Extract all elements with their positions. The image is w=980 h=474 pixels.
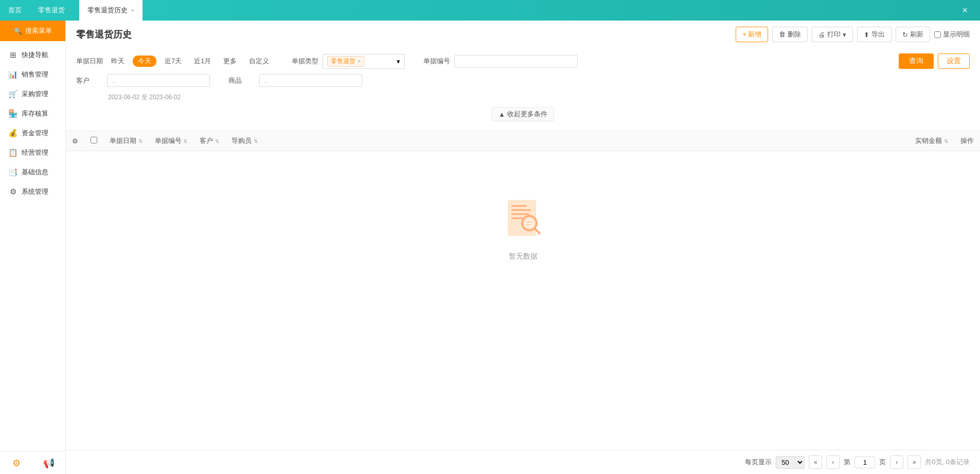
sort-customer-icon: ⇅ — [215, 138, 219, 144]
print-label: 打印 — [827, 30, 841, 39]
sidebar-search[interactable]: 🔍 搜索菜单 — [0, 21, 65, 41]
tab-close-零售退货历史[interactable]: × — [131, 7, 134, 13]
date-btn-1month[interactable]: 近1月 — [190, 56, 215, 67]
audio-bottom-icon[interactable]: 📢 — [42, 456, 56, 470]
page-size-select[interactable]: 20 50 100 — [776, 456, 805, 469]
sidebar-item-quick-nav[interactable]: ⊞快捷导航 — [0, 45, 65, 65]
print-dropdown-icon: ▾ — [843, 31, 846, 39]
collapse-label: 收起更多条件 — [507, 110, 547, 119]
bill-type-select[interactable]: 零售退货 × ▾ — [323, 54, 405, 69]
sales-mgmt-icon: 📊 — [8, 70, 17, 79]
tab-首页[interactable]: 首页 — [0, 0, 30, 21]
bill-type-tag-text: 零售退货 — [331, 57, 355, 66]
search-icon: 🔍 — [14, 27, 22, 35]
filter-row-date: 单据日期 昨天 今天 近7天 近1月 更多 自定义 单据类型 零售退货 — [76, 53, 970, 69]
settings-bottom-icon[interactable]: ⚙ — [9, 456, 24, 470]
customer-input[interactable] — [107, 74, 210, 87]
sidebar-item-finance[interactable]: 💰资金管理 — [0, 123, 65, 143]
page-title: 零售退货历史 — [76, 28, 132, 41]
bill-no-input[interactable] — [454, 55, 578, 68]
new-button[interactable]: + 新增 — [736, 27, 768, 42]
sidebar-label-sales-mgmt: 销售管理 — [22, 70, 48, 79]
page-header: 零售退货历史 + 新增 🗑 删除 🖨 打印 ▾ ⬆ 导出 ↻ — [66, 21, 980, 131]
total-text: 共0页, 0条记录 — [925, 458, 970, 467]
filter-area: 单据日期 昨天 今天 近7天 近1月 更多 自定义 单据类型 零售退货 — [76, 48, 970, 126]
th-amount[interactable]: 实销金额 ⇅ — [909, 131, 954, 151]
page-title-row: 零售退货历史 + 新增 🗑 删除 🖨 打印 ▾ ⬆ 导出 ↻ — [76, 27, 970, 42]
first-page-button[interactable]: « — [809, 455, 822, 469]
svg-point-6 — [525, 218, 534, 228]
date-btn-yesterday[interactable]: 昨天 — [107, 56, 129, 67]
empty-state-icon — [497, 192, 549, 244]
date-btn-more[interactable]: 更多 — [219, 56, 241, 67]
operations-icon: 📋 — [8, 148, 17, 157]
th-bill-date[interactable]: 单据日期 ⇅ — [103, 131, 149, 151]
sidebar-item-inventory[interactable]: 🏪库存核算 — [0, 104, 65, 123]
svg-rect-8 — [526, 222, 532, 223]
date-btn-custom[interactable]: 自定义 — [245, 56, 273, 67]
quick-nav-icon: ⊞ — [8, 50, 17, 60]
bill-type-filter-label: 单据类型 — [292, 57, 323, 66]
page-number-input[interactable] — [854, 457, 875, 468]
th-settings[interactable]: ⚙ — [66, 131, 84, 151]
print-button[interactable]: 🖨 打印 ▾ — [812, 27, 853, 42]
top-bar: 首页零售退货×零售退货历史× × — [0, 0, 980, 21]
last-page-button[interactable]: » — [907, 455, 921, 469]
svg-rect-9 — [526, 224, 531, 225]
bill-no-filter-label: 单据编号 — [423, 57, 454, 66]
empty-row: 暂无数据 — [66, 151, 980, 303]
refresh-icon: ↻ — [902, 31, 908, 39]
date-btn-today[interactable]: 今天 — [133, 56, 156, 67]
sidebar-item-system-mgmt[interactable]: ⚙系统管理 — [0, 182, 65, 202]
query-button[interactable]: 查询 — [899, 53, 934, 69]
prev-page-button[interactable]: ‹ — [826, 455, 840, 469]
select-all-checkbox[interactable] — [91, 137, 97, 143]
sidebar-item-basic-info[interactable]: 📑基础信息 — [0, 162, 65, 182]
next-page-button[interactable]: › — [890, 455, 903, 469]
sidebar-label-purchase-mgmt: 采购管理 — [22, 89, 48, 99]
th-bill-no[interactable]: 单据编号 ⇅ — [149, 131, 194, 151]
window-close-button[interactable]: × — [958, 5, 972, 16]
sidebar-label-finance: 资金管理 — [22, 129, 48, 138]
th-customer[interactable]: 客户 ⇅ — [193, 131, 225, 151]
goods-input[interactable] — [259, 74, 362, 87]
th-checkbox[interactable] — [84, 131, 103, 151]
date-range-text: 2023-06-02 至 2023-06-02 — [108, 93, 181, 102]
sidebar-item-purchase-mgmt[interactable]: 🛒采购管理 — [0, 84, 65, 104]
collapse-button[interactable]: ▲ 收起更多条件 — [492, 107, 554, 121]
tab-零售退货[interactable]: 零售退货× — [30, 0, 79, 21]
sidebar-label-quick-nav: 快捷导航 — [22, 50, 48, 60]
filter-row-customer: 客户 商品 — [76, 74, 970, 87]
set-button[interactable]: 设置 — [938, 53, 970, 69]
tab-零售退货历史[interactable]: 零售退货历史× — [79, 0, 142, 21]
export-button[interactable]: ⬆ 导出 — [857, 27, 892, 42]
show-detail-checkbox[interactable] — [934, 31, 941, 38]
main-layout: 🔍 搜索菜单 ⊞快捷导航📊销售管理🛒采购管理🏪库存核算💰资金管理📋经营管理📑基础… — [0, 21, 980, 474]
svg-rect-4 — [511, 217, 524, 219]
th-guide-label: 导购员 — [231, 137, 252, 144]
delete-button[interactable]: 🗑 删除 — [772, 27, 808, 42]
page-label-before: 第 — [844, 458, 850, 467]
sidebar-item-operations[interactable]: 📋经营管理 — [0, 143, 65, 162]
th-guide[interactable]: 导购员 ⇅ — [225, 131, 264, 151]
show-detail-label: 显示明细 — [943, 30, 970, 39]
sidebar-item-sales-mgmt[interactable]: 📊销售管理 — [0, 65, 65, 84]
purchase-mgmt-icon: 🛒 — [8, 89, 17, 99]
bill-type-dropdown-icon: ▾ — [397, 58, 400, 65]
th-bill-date-label: 单据日期 — [110, 137, 136, 144]
refresh-button[interactable]: ↻ 刷新 — [896, 27, 930, 42]
refresh-label: 刷新 — [910, 30, 923, 39]
data-table: ⚙ 单据日期 ⇅ 单据编号 ⇅ 客户 — [66, 131, 980, 302]
sidebar-search-label: 搜索菜单 — [25, 26, 52, 35]
tab-close-零售退货[interactable]: × — [68, 7, 71, 13]
th-amount-label: 实销金额 — [915, 137, 942, 144]
date-btn-7days[interactable]: 近7天 — [161, 56, 186, 67]
print-icon: 🖨 — [818, 31, 825, 39]
bill-type-tag-close[interactable]: × — [358, 58, 361, 64]
sort-bill-no-icon: ⇅ — [183, 138, 187, 144]
pagination-bar: 每页显示 20 50 100 « ‹ 第 页 › » 共0页, 0条记录 — [66, 450, 980, 474]
page-size-label: 每页显示 — [745, 458, 772, 467]
date-filter-label: 单据日期 — [76, 57, 107, 66]
svg-rect-1 — [511, 205, 527, 207]
show-detail-checkbox-label[interactable]: 显示明细 — [934, 30, 970, 39]
